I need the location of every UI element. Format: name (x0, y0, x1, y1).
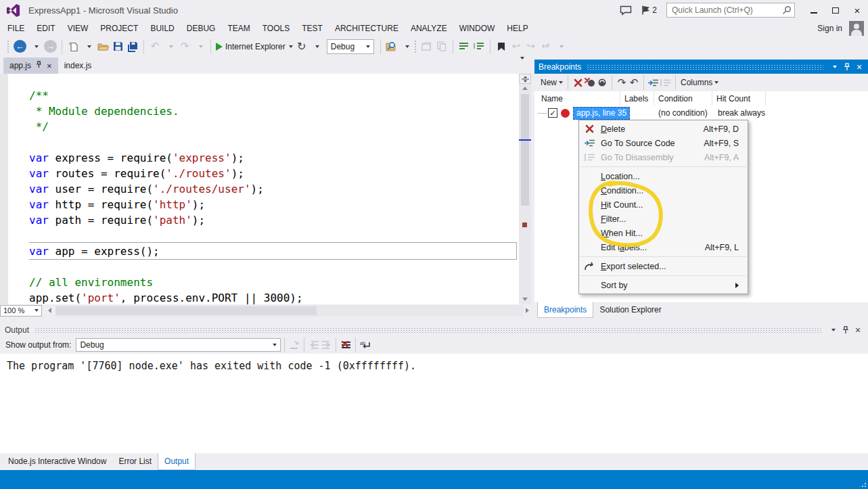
menu-edit[interactable]: EDIT (30, 21, 61, 36)
toggle-bookmark-button[interactable] (494, 39, 509, 55)
new-file-button[interactable] (66, 39, 81, 55)
clear-all-button[interactable] (340, 339, 352, 351)
navigate-backward-dropdown[interactable] (28, 39, 43, 55)
context-menu-item-location[interactable]: Location... (579, 169, 748, 183)
delete-all-breakpoints-button[interactable] (584, 76, 596, 89)
panel-tab-solution-explorer[interactable]: Solution Explorer (593, 302, 667, 318)
context-menu-item-delete[interactable]: DeleteAlt+F9, D (579, 122, 748, 136)
breakpoint-checkbox[interactable]: ✓ (548, 108, 557, 118)
column-header-name[interactable]: Name (534, 91, 620, 106)
bookmark-overflow-dropdown[interactable] (553, 39, 568, 55)
pin-button[interactable] (841, 61, 853, 73)
toolbar-grip[interactable] (414, 40, 417, 53)
code-editor[interactable]: /** * Module dependencies. */var express… (0, 74, 531, 304)
editor-vertical-scrollbar[interactable] (519, 74, 531, 304)
close-button[interactable]: × (846, 1, 868, 20)
context-menu-item-condition[interactable]: Condition... (579, 183, 748, 197)
breakpoint-name[interactable]: app.js, line 35 (573, 107, 630, 120)
bottom-tab-output[interactable]: Output (158, 453, 196, 470)
minimize-button[interactable] (803, 1, 825, 20)
import-breakpoints-button[interactable]: ↶ (628, 76, 640, 89)
menu-analyze[interactable]: ANALYZE (405, 21, 453, 36)
save-button[interactable] (110, 39, 125, 55)
editor-horizontal-scrollbar[interactable] (55, 305, 524, 317)
menu-build[interactable]: BUILD (144, 21, 180, 36)
comment-selection-button[interactable] (457, 39, 472, 55)
scroll-left-arrow[interactable] (48, 308, 51, 313)
save-all-button[interactable] (125, 39, 140, 55)
export-breakpoints-button[interactable]: ↷ (616, 76, 628, 89)
close-tab-icon[interactable]: × (47, 62, 52, 70)
context-menu-item-export-selected[interactable]: Export selected... (579, 259, 748, 273)
column-header-labels[interactable]: Labels (620, 91, 654, 106)
new-breakpoint-button[interactable]: New (539, 74, 564, 91)
pin-icon[interactable] (36, 61, 42, 70)
sign-in-link[interactable]: Sign in (817, 24, 842, 33)
resize-grip[interactable] (859, 480, 867, 488)
editor-tab-index-js[interactable]: index.js (58, 57, 98, 74)
scroll-up-arrow[interactable] (522, 87, 528, 90)
menu-view[interactable]: VIEW (62, 21, 95, 36)
toolbar-grip[interactable] (7, 40, 9, 53)
scroll-right-arrow[interactable] (526, 308, 529, 313)
quick-launch-input[interactable] (672, 5, 782, 15)
menu-window[interactable]: WINDOW (453, 21, 501, 36)
column-header-hit-count[interactable]: Hit Count (712, 91, 766, 106)
refresh-button[interactable]: ↻ (294, 39, 309, 55)
toggle-all-breakpoints-button[interactable] (596, 76, 608, 89)
window-position-dropdown[interactable] (827, 324, 840, 336)
new-file-dropdown[interactable] (81, 39, 95, 55)
menu-debug[interactable]: DEBUG (181, 21, 222, 36)
go-to-source-button[interactable] (647, 76, 660, 89)
uncomment-selection-button[interactable] (472, 39, 486, 55)
context-menu-item-when-hit[interactable]: When Hit... (579, 226, 748, 240)
quick-launch-box[interactable] (666, 3, 795, 18)
editor-zoom-combo[interactable]: 100 % (0, 305, 42, 317)
bottom-tab-node-js-interactive-window[interactable]: Node.js Interactive Window (2, 453, 112, 470)
breakpoint-margin[interactable] (0, 74, 8, 304)
columns-button[interactable]: Columns (679, 74, 720, 91)
document-list-dropdown[interactable] (518, 60, 524, 69)
context-menu-item-sort-by[interactable]: Sort by (579, 278, 748, 292)
menu-architecture[interactable]: ARCHITECTURE (329, 21, 405, 36)
scroll-down-arrow[interactable] (522, 298, 528, 301)
output-panel-header[interactable]: Output × (0, 323, 868, 336)
column-header-condition[interactable]: Condition (654, 91, 712, 106)
menu-tools[interactable]: TOOLS (256, 21, 296, 36)
start-debugging-button[interactable]: Internet Explorer (214, 39, 294, 55)
window-position-dropdown[interactable] (829, 61, 841, 73)
solution-configuration-combo[interactable]: Debug (327, 39, 374, 54)
context-menu-item-hit-count[interactable]: Hit Count... (579, 197, 748, 212)
open-file-button[interactable] (95, 39, 110, 55)
navigate-backward-button[interactable]: ← (12, 39, 28, 55)
find-in-files-button[interactable] (384, 39, 399, 55)
menu-project[interactable]: PROJECT (94, 21, 144, 36)
notifications-flag[interactable]: 2 (641, 5, 657, 15)
menu-team[interactable]: TEAM (221, 21, 256, 36)
context-menu-item-edit-labels[interactable]: Edit labels...Alt+F9, L (579, 240, 748, 254)
feedback-icon[interactable] (620, 5, 632, 16)
menu-help[interactable]: HELP (501, 21, 534, 36)
code-area[interactable]: /** * Module dependencies. */var express… (29, 74, 518, 304)
find-dropdown[interactable] (399, 39, 414, 55)
toggle-word-wrap-button[interactable]: ab (359, 339, 371, 351)
context-menu-item-go-to-source-code[interactable]: Go To Source CodeAlt+F9, S (579, 136, 748, 150)
breakpoint-row[interactable]: ✓ app.js, line 35 (no condition) break a… (534, 106, 868, 120)
editor-split-handle[interactable] (519, 74, 531, 84)
menu-file[interactable]: FILE (1, 21, 30, 36)
scrollbar-thumb[interactable] (56, 306, 317, 315)
breakpoints-panel-header[interactable]: Breakpoints × (534, 60, 868, 74)
user-avatar-icon[interactable] (849, 21, 864, 36)
output-console[interactable]: The program '[7760] node.exe' has exited… (0, 354, 868, 453)
close-panel-button[interactable]: × (852, 324, 864, 336)
delete-breakpoint-button[interactable] (572, 76, 584, 89)
menu-test[interactable]: TEST (296, 21, 329, 36)
editor-tab-app-js[interactable]: app.js× (3, 57, 58, 74)
panel-tab-breakpoints[interactable]: Breakpoints (537, 302, 593, 318)
scrollbar-thumb[interactable] (521, 94, 529, 206)
context-menu-item-filter[interactable]: Filter... (579, 212, 748, 226)
maximize-button[interactable] (825, 1, 846, 20)
refresh-dropdown[interactable] (309, 39, 324, 55)
output-source-combo[interactable]: Debug (76, 338, 281, 352)
pin-button[interactable] (840, 324, 852, 336)
